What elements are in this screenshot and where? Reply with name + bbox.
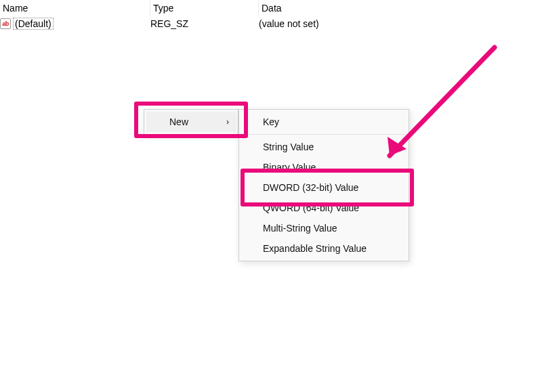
- submenu-item-multistring[interactable]: Multi-String Value: [241, 218, 406, 238]
- value-name: (Default): [13, 18, 54, 30]
- submenu-item-string[interactable]: String Value: [241, 137, 406, 157]
- context-menu-item-new[interactable]: New ›: [146, 112, 236, 132]
- reg-string-icon: ab: [0, 18, 11, 29]
- submenu-item-key[interactable]: Key: [241, 112, 406, 132]
- context-menu: New ›: [144, 109, 238, 135]
- submenu-label-qword: QWORD (64-bit) Value: [263, 202, 359, 213]
- context-submenu-new: Key String Value Binary Value DWORD (32-…: [238, 109, 409, 261]
- column-header-name[interactable]: Name: [0, 0, 150, 16]
- submenu-label-string: String Value: [263, 141, 314, 152]
- submenu-label-key: Key: [263, 116, 279, 127]
- column-header-row: Name Type Data: [0, 0, 542, 16]
- menu-separator: [242, 134, 406, 135]
- value-type: REG_SZ: [150, 18, 259, 29]
- submenu-label-binary: Binary Value: [263, 162, 316, 173]
- submenu-label-multistring: Multi-String Value: [263, 223, 337, 234]
- column-header-data[interactable]: Data: [259, 0, 542, 16]
- submenu-item-expandable[interactable]: Expandable String Value: [241, 238, 406, 259]
- chevron-right-icon: ›: [226, 117, 229, 127]
- submenu-item-binary[interactable]: Binary Value: [241, 157, 406, 177]
- submenu-item-qword[interactable]: QWORD (64-bit) Value: [241, 198, 406, 218]
- submenu-label-dword: DWORD (32-bit) Value: [263, 182, 358, 193]
- column-header-type[interactable]: Type: [150, 0, 259, 16]
- value-row[interactable]: ab (Default) REG_SZ (value not set): [0, 16, 542, 31]
- submenu-label-expandable: Expandable String Value: [263, 243, 367, 254]
- value-data: (value not set): [259, 18, 542, 29]
- menu-label-new: New: [169, 116, 188, 127]
- submenu-item-dword[interactable]: DWORD (32-bit) Value: [241, 177, 406, 198]
